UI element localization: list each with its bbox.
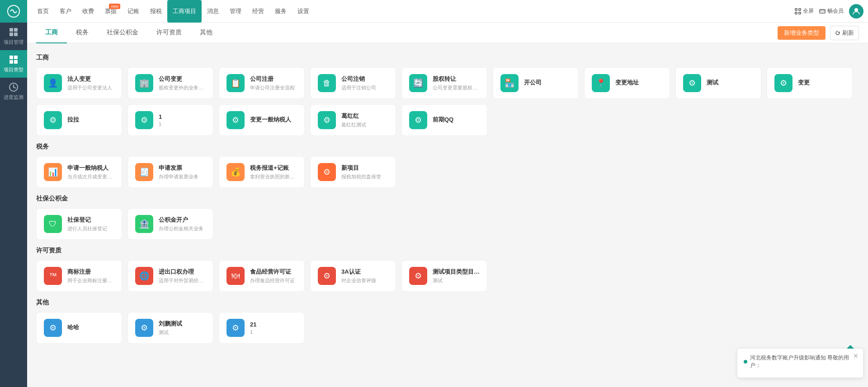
card-haha[interactable]: ⚙ 哈哈	[36, 312, 122, 344]
nav-industry[interactable]: 工商项目	[167, 0, 202, 23]
sidebar-label-project-type: 项目类型	[4, 66, 24, 73]
card-open-company[interactable]: 🏪 开公司	[493, 67, 579, 99]
card-title-twentyone: 21	[250, 321, 297, 328]
nav-settings[interactable]: 设置	[292, 0, 315, 23]
user-avatar[interactable]	[849, 4, 863, 19]
card-company-register[interactable]: 📋 公司注册 申请公司注册全流程	[219, 67, 305, 99]
card-icon-equity-transfer: 🔄	[409, 74, 427, 92]
card-title-open-company: 开公司	[524, 79, 571, 87]
card-desc-tax-report: 拿到营业执照的新公司	[250, 173, 297, 180]
card-test[interactable]: ⚙ 测试	[675, 67, 761, 99]
tab-social[interactable]: 社保公积金	[98, 23, 147, 43]
card-gehonghong[interactable]: ⚙ 葛红红 葛红红测试	[310, 104, 396, 136]
card-title-qianqiqq: 前期QQ	[433, 116, 480, 124]
card-change[interactable]: ⚙ 变更	[767, 67, 853, 99]
nav-home[interactable]: 首页	[32, 0, 54, 23]
industry-cards-grid: 👤 法人变更 适用于公司变更法人 🏢 公司变更 股权变更外的业务变更 📋	[36, 67, 859, 136]
svg-rect-1	[9, 28, 13, 32]
card-desc-company-change: 股权变更外的业务变更	[159, 84, 206, 91]
card-3a-cert[interactable]: ⚙ 3A认证 对企业信誉评级	[310, 260, 396, 292]
refresh-button[interactable]: 刷新	[830, 26, 859, 40]
card-title-fund-account: 公积金开户	[159, 216, 206, 224]
card-apply-taxpayer[interactable]: 📊 申请一般纳税人 当月或次月成变更完成	[36, 156, 122, 188]
sidebar-item-progress-monitor[interactable]: 进度监测	[0, 78, 27, 105]
card-trademark[interactable]: ™ 商标注册 用于企业商标注册服务	[36, 260, 122, 292]
card-qianqiqq[interactable]: ⚙ 前期QQ	[401, 104, 487, 136]
card-social-register[interactable]: 🛡 社保登记 进行人员社保登记	[36, 208, 122, 240]
sidebar-item-project-type[interactable]: 项目类型	[0, 50, 27, 78]
card-desc-company-cancel: 适用于注销公司	[341, 84, 388, 91]
card-title-apply-taxpayer: 申请一般纳税人	[67, 164, 114, 172]
card-title-one: 1	[159, 113, 206, 120]
card-title-test: 测试	[707, 79, 754, 87]
card-icon-one: ⚙	[135, 111, 153, 129]
tab-industry[interactable]: 工商	[36, 23, 67, 43]
card-new-project[interactable]: ⚙ 新项目 报税加税控盘保管	[310, 156, 396, 188]
svg-rect-7	[9, 60, 13, 64]
card-change-taxpayer[interactable]: ⚙ 变更一般纳税人	[219, 104, 305, 136]
card-company-change[interactable]: 🏢 公司变更 股权变更外的业务变更	[127, 67, 213, 99]
card-food-license[interactable]: 🍽 食品经营许可证 办理食品经营许可证	[219, 260, 305, 292]
card-icon-liupengtest: ⚙	[135, 319, 153, 337]
svg-rect-14	[820, 9, 825, 13]
member-btn[interactable]: 畅会员	[819, 7, 844, 15]
card-desc-twentyone: 1	[250, 329, 297, 335]
card-equity-transfer[interactable]: 🔄 股权转让 公司变更需要股权转让	[401, 67, 487, 99]
tab-license[interactable]: 许可资质	[147, 23, 191, 43]
nav-manage[interactable]: 管理	[224, 0, 247, 23]
card-title-social-register: 社保登记	[67, 216, 114, 224]
sidebar-label-project-manage: 项目管理	[4, 39, 24, 46]
license-cards-grid: ™ 商标注册 用于企业商标注册服务 🌐 进出口权办理 适用于对外贸易经营者 🍽	[36, 260, 859, 292]
tab-other[interactable]: 其他	[191, 23, 222, 43]
card-one[interactable]: ⚙ 1 1	[127, 104, 213, 136]
svg-rect-6	[14, 56, 18, 59]
nav-operate[interactable]: 经营	[247, 0, 269, 23]
card-icon-open-company: 🏪	[500, 74, 519, 92]
card-title-test-type: 测试项目类型目定义	[433, 268, 480, 276]
card-import-export[interactable]: 🌐 进出口权办理 适用于对外贸易经营者	[127, 260, 213, 292]
card-test-type[interactable]: ⚙ 测试项目类型目定义 测试	[401, 260, 487, 292]
card-apply-invoice[interactable]: 🧾 申请发票 办理申请发票业务	[127, 156, 213, 188]
notification-dot	[744, 360, 747, 364]
nav-message[interactable]: 消息	[202, 0, 224, 23]
card-title-haha: 哈哈	[67, 323, 114, 331]
nav-customer[interactable]: 客户	[54, 0, 77, 23]
card-lala[interactable]: ⚙ 拉拉	[36, 104, 122, 136]
card-icon-apply-invoice: 🧾	[135, 163, 153, 181]
nav-service[interactable]: 服务	[269, 0, 292, 23]
notification-popup: ✕ 河北税务数字账户升级影响通知 尊敬的用户：	[737, 348, 863, 378]
card-desc-food-license: 办理食品经营许可证	[250, 277, 297, 284]
nav-ticket[interactable]: 票据 new	[99, 0, 122, 23]
card-fund-account[interactable]: 🏦 公积金开户 办理公积金相关业务	[127, 208, 213, 240]
nav-collect[interactable]: 收费	[77, 0, 99, 23]
card-icon-social-register: 🛡	[44, 215, 62, 233]
section-title-industry: 工商	[36, 54, 859, 62]
nav-account[interactable]: 记账	[122, 0, 145, 23]
card-icon-trademark: ™	[44, 267, 62, 285]
sidebar-item-project-manage[interactable]: 项目管理	[0, 23, 27, 50]
card-desc-fund-account: 办理公积金相关业务	[159, 225, 206, 232]
card-change-address[interactable]: 📍 变更地址	[584, 67, 670, 99]
card-company-cancel[interactable]: 🗑 公司注销 适用于注销公司	[310, 67, 396, 99]
notification-close-btn[interactable]: ✕	[853, 352, 859, 359]
card-twentyone[interactable]: ⚙ 21 1	[219, 312, 305, 344]
section-title-other: 其他	[36, 298, 859, 307]
fullscreen-btn[interactable]: 全屏	[795, 7, 814, 15]
notification-text: 河北税务数字账户升级影响通知 尊敬的用户：	[750, 354, 857, 369]
svg-rect-10	[795, 9, 797, 10]
card-desc-trademark: 用于企业商标注册服务	[67, 277, 114, 284]
tab-tax[interactable]: 税务	[67, 23, 98, 43]
tabbar: 工商 税务 社保公积金 许可资质 其他 新增业务类型 刷新	[27, 23, 868, 43]
card-legal-change[interactable]: 👤 法人变更 适用于公司变更法人	[36, 67, 122, 99]
nav-tax[interactable]: 报税	[145, 0, 167, 23]
card-title-gehonghong: 葛红红	[341, 112, 388, 120]
card-liupengtest[interactable]: ⚙ 刘鹏测试 测试	[127, 312, 213, 344]
card-title-lala: 拉拉	[67, 116, 114, 124]
card-icon-fund-account: 🏦	[135, 215, 153, 233]
card-desc-liupengtest: 测试	[159, 329, 206, 336]
new-type-button[interactable]: 新增业务类型	[778, 26, 826, 40]
card-icon-import-export: 🌐	[135, 267, 153, 285]
card-tax-report[interactable]: 💰 税务报道+记账 拿到营业执照的新公司	[219, 156, 305, 188]
card-title-import-export: 进出口权办理	[159, 268, 206, 276]
sidebar-logo[interactable]	[0, 0, 27, 23]
